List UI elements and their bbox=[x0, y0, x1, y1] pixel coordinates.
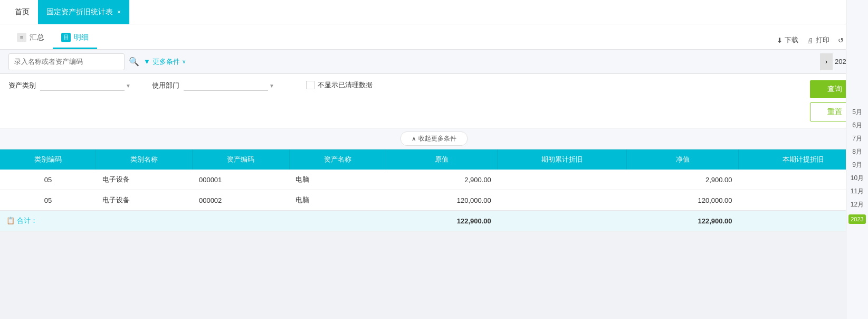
col-header-accumulated-dep: 期初累计折旧 bbox=[498, 149, 627, 170]
data-table-container: 类别编码 类别名称 资产编码 资产名称 原值 期初累计折旧 净值 本期计提折旧 … bbox=[0, 149, 868, 231]
total-net-value: 122,900.00 bbox=[627, 211, 739, 231]
col-header-asset-name: 资产名称 bbox=[289, 149, 386, 170]
col-header-asset-code: 资产编码 bbox=[193, 149, 289, 170]
filter-icon: ▼ bbox=[144, 58, 150, 65]
cell-original-value: 2,900.00 bbox=[386, 170, 498, 190]
cell-asset-name: 电脑 bbox=[289, 170, 386, 190]
tab-summary[interactable]: ≡ 汇总 bbox=[8, 27, 53, 49]
department-input[interactable] bbox=[184, 80, 268, 91]
col-header-original-value: 原值 bbox=[386, 149, 498, 170]
cell-code: 05 bbox=[0, 170, 96, 190]
chevron-down-icon: ∨ bbox=[182, 59, 186, 64]
download-button[interactable]: ⬇ 下载 bbox=[777, 35, 798, 45]
cell-type-name: 电子设备 bbox=[96, 170, 193, 190]
tab-detail[interactable]: 目 明细 bbox=[53, 27, 97, 49]
collapse-button[interactable]: ∧ 收起更多条件 bbox=[400, 132, 468, 146]
asset-type-label: 资产类别 bbox=[8, 81, 36, 90]
year-badge[interactable]: 2023 bbox=[848, 214, 865, 224]
cell-net-value: 120,000.00 bbox=[627, 190, 739, 211]
cell-net-value: 2,900.00 bbox=[627, 170, 739, 190]
total-original-value: 122,900.00 bbox=[386, 211, 498, 231]
print-icon: 🖨 bbox=[807, 36, 814, 44]
col-header-code: 类别编码 bbox=[0, 149, 96, 170]
no-cleared-checkbox[interactable] bbox=[306, 81, 314, 89]
asset-type-input[interactable] bbox=[40, 80, 125, 91]
collapse-label: 收起更多条件 bbox=[418, 134, 456, 143]
month-item[interactable]: 7月 bbox=[848, 132, 867, 145]
month-item[interactable]: 11月 bbox=[848, 185, 867, 198]
month-item[interactable]: 5月 bbox=[848, 106, 867, 119]
month-item[interactable]: 10月 bbox=[848, 172, 867, 185]
tab-summary-label: 汇总 bbox=[30, 33, 44, 42]
download-icon: ⬇ bbox=[777, 36, 783, 44]
total-label-cell: 📋 合计： bbox=[0, 211, 289, 231]
cell-code: 05 bbox=[0, 190, 96, 211]
department-dropdown-icon[interactable]: ▼ bbox=[269, 83, 274, 89]
refresh-icon: ↺ bbox=[838, 36, 844, 44]
total-icon: 📋 bbox=[6, 217, 15, 224]
total-row: 📋 合计： 122,900.00 122,900.00 bbox=[0, 211, 868, 231]
month-item[interactable]: 6月 bbox=[848, 119, 867, 132]
cell-accumulated-dep bbox=[498, 170, 627, 190]
collapse-up-icon: ∧ bbox=[412, 135, 416, 143]
cell-original-value: 120,000.00 bbox=[386, 190, 498, 211]
tab-detail-label: 明细 bbox=[74, 33, 89, 42]
more-filter-button[interactable]: ▼ 更多条件 ∨ bbox=[144, 57, 186, 67]
print-label: 打印 bbox=[816, 35, 829, 45]
tab-label: 固定资产折旧统计表 bbox=[46, 7, 113, 17]
cell-asset-code: 000001 bbox=[193, 170, 289, 190]
more-filter-label: 更多条件 bbox=[152, 57, 180, 67]
month-item[interactable]: 9月 bbox=[848, 158, 867, 172]
month-item[interactable]: 8月 bbox=[848, 145, 867, 158]
detail-icon: 目 bbox=[61, 33, 71, 42]
no-cleared-label: 不显示已清理数据 bbox=[318, 80, 373, 90]
table-row: 05 电子设备 000001 电脑 2,900.00 2,900.00 bbox=[0, 170, 868, 190]
month-item[interactable]: 12月 bbox=[848, 198, 867, 211]
total-accumulated-dep bbox=[498, 211, 627, 231]
cell-accumulated-dep bbox=[498, 190, 627, 211]
department-label: 使用部门 bbox=[152, 81, 179, 90]
col-header-net-value: 净值 bbox=[627, 149, 739, 170]
cell-type-name: 电子设备 bbox=[96, 190, 193, 211]
col-header-type-name: 类别名称 bbox=[96, 149, 193, 170]
search-icon[interactable]: 🔍 bbox=[129, 57, 139, 67]
search-input[interactable] bbox=[8, 53, 125, 70]
active-tab[interactable]: 固定资产折旧统计表 × bbox=[38, 0, 129, 24]
summary-icon: ≡ bbox=[17, 33, 26, 42]
total-asset-name bbox=[289, 211, 386, 231]
cell-asset-name: 电脑 bbox=[289, 190, 386, 211]
download-label: 下载 bbox=[785, 35, 798, 45]
home-nav-item[interactable]: 首页 bbox=[8, 0, 36, 24]
tab-close-icon[interactable]: × bbox=[117, 8, 121, 16]
prev-date-button[interactable]: › bbox=[820, 53, 833, 70]
asset-type-dropdown-icon[interactable]: ▼ bbox=[126, 83, 131, 89]
cell-asset-code: 000002 bbox=[193, 190, 289, 211]
print-button[interactable]: 🖨 打印 bbox=[807, 35, 829, 45]
table-row: 05 电子设备 000002 电脑 120,000.00 120,000.00 bbox=[0, 190, 868, 211]
